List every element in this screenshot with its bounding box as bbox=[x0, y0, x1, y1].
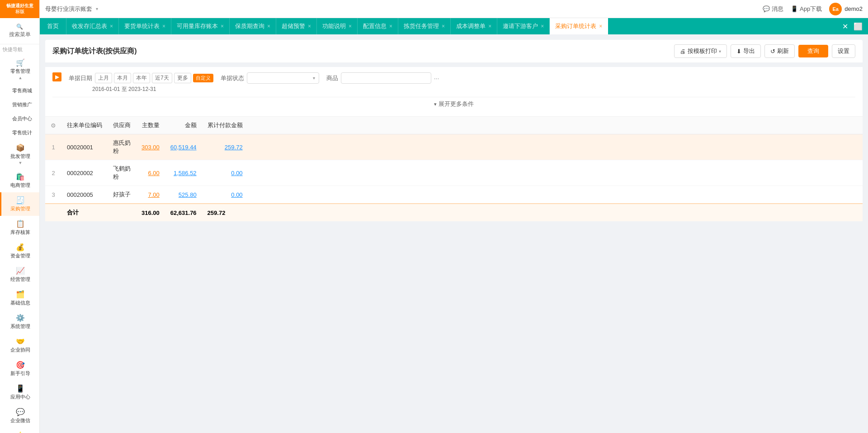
row-supplier-2: 飞鹤奶粉 bbox=[108, 160, 136, 186]
shortcut-more[interactable]: 更多 bbox=[174, 73, 191, 83]
tab-purchase-stats[interactable]: 采购订单统计表 × bbox=[550, 18, 608, 34]
goods-more-button[interactable]: ··· bbox=[434, 75, 439, 82]
finance-label: 资金管理 bbox=[10, 252, 30, 259]
date-range-display: 2016-01-01 至 2023-12-31 bbox=[92, 86, 855, 93]
refresh-button[interactable]: ↺ 刷新 bbox=[764, 44, 795, 58]
query-button[interactable]: 查询 bbox=[798, 45, 828, 57]
shortcut-this-month[interactable]: 本月 bbox=[114, 73, 131, 83]
vip-icon: ⭐ bbox=[16, 431, 25, 433]
retail-icon: 🛒 bbox=[16, 58, 25, 67]
close-config-info[interactable]: × bbox=[389, 23, 392, 29]
logo-text: 畅捷通好生意 bbox=[6, 3, 33, 9]
sidebar-item-enterprise-collab[interactable]: 🤝 企业协同 bbox=[0, 333, 39, 357]
close-stock-ledger[interactable]: × bbox=[221, 23, 224, 29]
new-guide-icon: 🎯 bbox=[16, 361, 25, 369]
close-all-tabs-button[interactable]: ✕ bbox=[840, 21, 850, 32]
close-cost-adjust[interactable]: × bbox=[488, 23, 491, 29]
shortcut-7-days[interactable]: 近7天 bbox=[152, 73, 172, 83]
ecommerce-icon: 🛍️ bbox=[16, 172, 25, 181]
tab-overstock-warning[interactable]: 超储预警 × bbox=[276, 18, 317, 34]
sidebar-item-app-center[interactable]: 📱 应用中心 bbox=[0, 381, 39, 404]
row-quantity-1: 303.00 bbox=[136, 134, 165, 160]
topbar-right: 💬 消息 📱 App下载 Ea demo2 bbox=[763, 3, 863, 15]
sidebar-item-member[interactable]: 会员中心 bbox=[0, 112, 39, 126]
shortcut-last-month[interactable]: 上月 bbox=[95, 73, 112, 83]
sidebar-search-section: 🔍 搜索菜单 bbox=[0, 18, 39, 44]
sidebar-item-wholesale[interactable]: 📦 批发管理 ▼ bbox=[0, 140, 39, 169]
setting-button[interactable]: 设置 bbox=[832, 44, 855, 58]
shortcut-this-year[interactable]: 本年 bbox=[133, 73, 150, 83]
close-goods-stats[interactable]: × bbox=[162, 23, 165, 29]
enterprise-collab-label: 企业协同 bbox=[10, 347, 30, 353]
expand-more-button[interactable]: ▾ 展开更多条件 bbox=[52, 97, 855, 111]
sidebar-item-retail-mall[interactable]: 零售商城 bbox=[0, 84, 39, 98]
tab-stock-ledger[interactable]: 可用量库存账本 × bbox=[171, 18, 230, 34]
expand-filter-button[interactable]: ▶ bbox=[52, 72, 61, 81]
row-paid-3: 0.00 bbox=[202, 186, 248, 204]
tab-config-info[interactable]: 配置信息 × bbox=[358, 18, 398, 34]
sidebar-item-basics[interactable]: 🗂️ 基础信息 bbox=[0, 286, 39, 310]
system-icon: ⚙️ bbox=[16, 314, 25, 322]
tab-goods-stats[interactable]: 要货单统计表 × bbox=[119, 18, 171, 34]
user-name: demo2 bbox=[844, 5, 863, 12]
close-purchase-stats[interactable]: × bbox=[599, 23, 602, 29]
close-warranty-query[interactable]: × bbox=[267, 23, 270, 29]
close-overstock-warning[interactable]: × bbox=[308, 23, 311, 29]
sidebar-item-stock[interactable]: 📋 库存核算 bbox=[0, 216, 39, 239]
sidebar-item-retail[interactable]: 🛒 零售管理 ▲ bbox=[0, 55, 39, 84]
sidebar-item-retail-stats[interactable]: 零售统计 bbox=[0, 126, 39, 140]
date-filter-label: 单据日期 bbox=[69, 74, 92, 82]
message-button[interactable]: 💬 消息 bbox=[763, 5, 783, 13]
sidebar-item-ecommerce[interactable]: 🛍️ 电商管理 bbox=[0, 169, 39, 192]
sidebar-search-button[interactable]: 🔍 搜索菜单 bbox=[3, 22, 37, 40]
stock-icon: 📋 bbox=[16, 219, 25, 228]
tab-home[interactable]: 首页 bbox=[40, 18, 66, 34]
ecommerce-label: 电商管理 bbox=[10, 182, 30, 189]
tab-pickup-tasks[interactable]: 拣货任务管理 × bbox=[398, 18, 451, 34]
sidebar-item-operations[interactable]: 📈 经营管理 bbox=[0, 263, 39, 286]
export-icon: ⬇ bbox=[736, 48, 741, 55]
sidebar-item-new-guide[interactable]: 🎯 新手引导 bbox=[0, 357, 39, 381]
maximize-button[interactable]: ⬜ bbox=[852, 21, 864, 32]
col-empty bbox=[248, 117, 863, 134]
sidebar-item-vip[interactable]: ⭐ 畅会员 bbox=[0, 428, 39, 433]
logo-sub: 标版 bbox=[15, 9, 24, 15]
tab-invite-downstream[interactable]: 邀请下游客户 × bbox=[497, 18, 550, 34]
close-function-desc[interactable]: × bbox=[349, 23, 352, 29]
sidebar-item-system[interactable]: ⚙️ 系统管理 bbox=[0, 310, 39, 333]
sidebar-item-purchase[interactable]: 🧾 采购管理 bbox=[0, 192, 39, 216]
col-supplier: 供应商 bbox=[108, 117, 136, 134]
goods-filter: 商品 ··· bbox=[326, 72, 439, 84]
tab-receive-summary[interactable]: 收发存汇总表 × bbox=[66, 18, 119, 34]
row-amount-3: 525.80 bbox=[165, 186, 202, 204]
store-dropdown-icon[interactable]: ▾ bbox=[96, 6, 98, 11]
wholesale-label: 批发管理 bbox=[10, 153, 30, 160]
status-select[interactable]: ▾ bbox=[247, 72, 319, 84]
custom-date-tag[interactable]: 自定义 bbox=[193, 74, 213, 82]
close-pickup-tasks[interactable]: × bbox=[442, 23, 445, 29]
close-receive-summary[interactable]: × bbox=[110, 23, 113, 29]
template-print-button[interactable]: 🖨 按模板打印 ▾ bbox=[674, 44, 727, 58]
filter-row-1: 单据日期 上月 本月 本年 近7天 更多 自定义 bbox=[69, 72, 855, 84]
tab-cost-adjust[interactable]: 成本调整单 × bbox=[451, 18, 497, 34]
sidebar-item-marketing[interactable]: 营销推广 bbox=[0, 98, 39, 112]
overstock-warning-label: 超储预警 bbox=[282, 22, 305, 30]
tab-warranty-query[interactable]: 保质期查询 × bbox=[230, 18, 276, 34]
app-center-icon: 📱 bbox=[16, 384, 25, 393]
new-guide-label: 新手引导 bbox=[10, 370, 30, 377]
close-invite-downstream[interactable]: × bbox=[541, 23, 544, 29]
export-button[interactable]: ⬇ 导出 bbox=[731, 44, 761, 58]
table-footer-row: 合计 316.00 62,631.76 259.72 bbox=[45, 204, 863, 221]
user-menu[interactable]: Ea demo2 bbox=[829, 3, 863, 15]
row-empty-3 bbox=[248, 186, 863, 204]
sidebar-item-finance[interactable]: 💰 资金管理 bbox=[0, 239, 39, 263]
sidebar-item-enterprise-wechat[interactable]: 💬 企业微信 bbox=[0, 404, 39, 428]
purchase-stats-table: ⚙ 往来单位编码 供应商 主数量 金额 累计付款金额 1 00020001 惠氏… bbox=[45, 117, 863, 221]
col-settings[interactable]: ⚙ bbox=[45, 117, 61, 134]
enterprise-wechat-label: 企业微信 bbox=[10, 417, 30, 424]
row-amount-2: 1,586.52 bbox=[165, 160, 202, 186]
goods-input[interactable] bbox=[341, 72, 431, 84]
app-center-label: 应用中心 bbox=[10, 394, 30, 400]
app-download-button[interactable]: 📱 App下载 bbox=[791, 5, 822, 13]
tab-function-desc[interactable]: 功能说明 × bbox=[317, 18, 358, 34]
